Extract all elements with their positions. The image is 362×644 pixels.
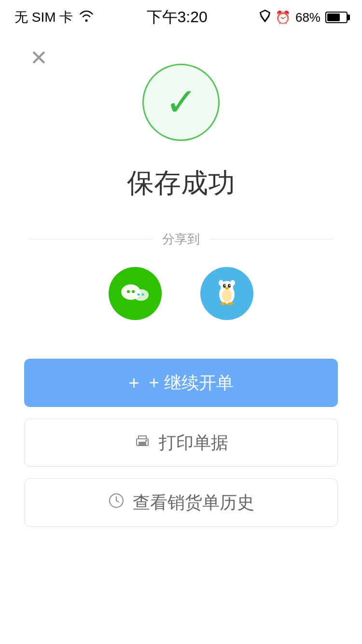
qq-icon — [211, 278, 242, 309]
svg-rect-19 — [139, 442, 146, 446]
divider-line-right — [209, 239, 333, 239]
checkmark-icon: ✓ — [165, 83, 197, 122]
continue-label: + 继续开单 — [149, 371, 234, 395]
divider-line-left — [29, 239, 153, 239]
printer-icon — [134, 432, 151, 454]
svg-point-2 — [127, 290, 130, 293]
close-icon: ✕ — [30, 47, 48, 69]
success-circle: ✓ — [142, 64, 220, 141]
status-right: ⏰ 68% — [260, 10, 348, 26]
action-buttons: + + 继续开单 打印单据 查看销货单历 — [0, 359, 362, 527]
close-button[interactable]: ✕ — [24, 43, 53, 72]
clock-icon — [108, 492, 125, 514]
main-content: ✓ 保存成功 分享到 — [0, 35, 362, 527]
share-divider: 分享到 — [0, 231, 362, 248]
svg-point-13 — [222, 289, 232, 302]
svg-point-9 — [228, 284, 231, 288]
svg-point-10 — [224, 285, 225, 286]
svg-point-20 — [145, 440, 147, 442]
no-sim-label: 无 SIM 卡 — [14, 8, 73, 27]
svg-point-1 — [133, 289, 149, 301]
svg-point-12 — [225, 287, 229, 290]
alarm-icon: ⏰ — [275, 10, 291, 25]
share-label: 分享到 — [153, 231, 209, 248]
wechat-share-button[interactable] — [109, 267, 162, 320]
history-label: 查看销货单历史 — [133, 491, 254, 515]
status-time: 下午3:20 — [147, 7, 208, 28]
status-left: 无 SIM 卡 — [14, 8, 94, 27]
svg-point-11 — [229, 285, 230, 286]
wechat-icon — [118, 277, 152, 310]
qq-share-button[interactable] — [200, 267, 253, 320]
svg-point-14 — [221, 302, 226, 305]
battery-percentage: 68% — [295, 10, 320, 25]
share-icons-container — [109, 267, 253, 320]
wifi-icon — [79, 10, 94, 26]
svg-point-17 — [230, 280, 235, 286]
continue-button[interactable]: + + 继续开单 — [24, 359, 338, 407]
location-icon — [260, 10, 270, 26]
svg-point-4 — [138, 294, 140, 296]
svg-point-8 — [223, 284, 226, 288]
svg-point-3 — [132, 290, 135, 293]
svg-point-16 — [219, 280, 223, 286]
success-title: 保存成功 — [127, 165, 235, 202]
svg-point-15 — [227, 302, 233, 305]
history-button[interactable]: 查看销货单历史 — [24, 478, 338, 527]
status-bar: 无 SIM 卡 下午3:20 ⏰ 68% — [0, 0, 362, 35]
print-label: 打印单据 — [159, 431, 228, 455]
svg-point-5 — [142, 294, 144, 296]
plus-icon: + — [128, 373, 139, 393]
battery-icon — [325, 12, 348, 23]
print-button[interactable]: 打印单据 — [24, 419, 338, 467]
